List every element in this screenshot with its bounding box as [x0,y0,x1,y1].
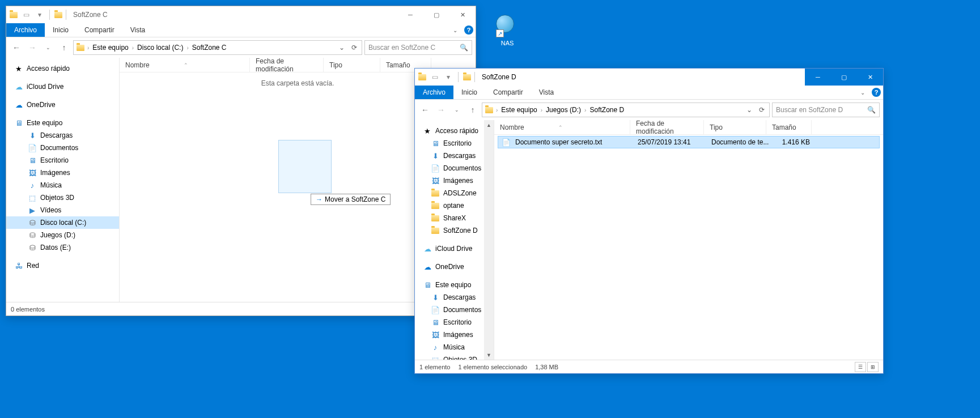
breadcrumb[interactable]: Disco local (C:) [135,44,185,52]
sidebar-item-onedrive[interactable]: ☁OneDrive [415,261,494,273]
back-button[interactable]: ← [418,103,432,117]
tab-home[interactable]: Inicio [453,86,485,99]
sidebar-item-onedrive[interactable]: ☁OneDrive [6,99,119,111]
tab-file[interactable]: Archivo [6,23,45,37]
refresh-button[interactable]: ⟳ [348,44,360,52]
col-size[interactable]: Tamaño [766,120,812,134]
sidebar-item-pictures[interactable]: 🖼Imágenes [6,167,119,179]
ribbon-expand-icon[interactable]: ⌄ [448,23,462,37]
recent-dropdown-icon[interactable]: ⌄ [41,41,55,54]
tab-view[interactable]: Vista [122,23,153,37]
sidebar-item-quick-access[interactable]: ★Acceso rápido [415,125,494,137]
sidebar-item-videos[interactable]: ▶Vídeos [6,204,119,216]
sidebar-item-documents2[interactable]: 📄Documentos [415,304,494,316]
col-date[interactable]: Fecha de modificación [630,120,704,134]
sidebar-item-desktop[interactable]: 🖥Escritorio [6,154,119,167]
chevron-right-icon[interactable]: › [495,107,499,113]
breadcrumb[interactable]: Este equipo [90,44,130,52]
breadcrumb[interactable]: Juegos (D:) [544,106,583,114]
chevron-right-icon[interactable]: › [86,45,90,51]
sidebar-item-music[interactable]: ♪Música [415,341,494,353]
tab-file[interactable]: Archivo [415,86,453,99]
view-icons-button[interactable]: ⊞ [867,362,879,372]
forward-button[interactable]: → [434,103,448,117]
chevron-right-icon[interactable]: › [583,107,587,113]
scroll-down-icon[interactable]: ▼ [484,350,494,360]
chevron-right-icon[interactable]: › [185,45,189,51]
view-details-button[interactable]: ☰ [855,362,866,372]
breadcrumb[interactable]: SoftZone C [190,44,229,52]
search-input[interactable]: Buscar en SoftZone D 🔍 [772,103,880,117]
qat-button[interactable]: ▭ [429,71,441,83]
tab-share[interactable]: Compartir [77,23,122,37]
sidebar-item-downloads[interactable]: ⬇Descargas [6,129,119,142]
file-row[interactable]: 📄 Documento super secreto.txt 25/07/2019… [498,136,880,148]
tab-home[interactable]: Inicio [45,23,77,37]
breadcrumb[interactable]: Este equipo [499,106,539,114]
desktop-shortcut-nas[interactable]: ↗ NAS [487,15,527,46]
refresh-button[interactable]: ⟳ [756,106,768,114]
help-button[interactable]: ? [869,86,883,99]
minimize-button[interactable]: ─ [805,69,831,86]
address-dropdown-icon[interactable]: ⌄ [743,106,756,114]
back-button[interactable]: ← [10,41,23,54]
titlebar[interactable]: ▭ ▾ SoftZone D ─ ▢ ✕ [415,69,883,86]
close-button[interactable]: ✕ [449,6,476,23]
scrollbar[interactable]: ▲ ▼ [484,120,494,360]
sidebar-item-documents[interactable]: 📄Documentos📌 [415,162,494,174]
address-bar[interactable]: › Este equipo › Disco local (C:) › SoftZ… [73,40,362,55]
minimize-button[interactable]: ─ [397,6,423,23]
tab-share[interactable]: Compartir [485,86,531,99]
qat-dropdown[interactable]: ▾ [33,8,46,21]
scroll-up-icon[interactable]: ▲ [484,120,494,130]
sidebar-item-downloads[interactable]: ⬇Descargas📌 [415,150,494,162]
up-button[interactable]: ↑ [57,41,71,54]
maximize-button[interactable]: ▢ [831,69,857,86]
sidebar-item-thispc[interactable]: 🖥Este equipo [6,117,119,129]
address-bar[interactable]: › Este equipo › Juegos (D:) › SoftZone D… [482,103,770,117]
sidebar-item-adslzone[interactable]: ADSLZone [415,187,494,199]
col-name[interactable]: Nombre⌃ [120,58,250,72]
help-button[interactable]: ? [462,23,476,37]
qat-dropdown[interactable]: ▾ [442,71,455,83]
maximize-button[interactable]: ▢ [423,6,449,23]
sidebar-item-desktop2[interactable]: 🖥Escritorio [415,316,494,329]
forward-button[interactable]: → [26,41,39,54]
col-type[interactable]: Tipo [324,58,380,72]
sidebar-item-icloud[interactable]: ☁iCloud Drive [6,80,119,93]
content-pane[interactable]: Nombre⌃ Fecha de modificación Tipo Tamañ… [494,120,883,360]
sidebar-item-3d[interactable]: ⬚Objetos 3D [6,191,119,204]
sidebar-item-softzoned[interactable]: SoftZone D [415,224,494,237]
col-name[interactable]: Nombre⌃ [494,120,630,134]
titlebar[interactable]: ▭ ▾ SoftZone C ─ ▢ ✕ [6,6,476,23]
sidebar-item-downloads2[interactable]: ⬇Descargas [415,291,494,304]
sidebar-item-desktop[interactable]: 🖥Escritorio📌 [415,137,494,150]
sidebar-item-disk-d[interactable]: ⛁Juegos (D:) [6,229,119,241]
col-date[interactable]: Fecha de modificación [250,58,324,72]
col-type[interactable]: Tipo [704,120,766,134]
sidebar-item-pictures[interactable]: 🖼Imágenes📌 [415,174,494,187]
tab-view[interactable]: Vista [531,86,562,99]
sidebar-item-pictures2[interactable]: 🖼Imágenes [415,329,494,341]
close-button[interactable]: ✕ [857,69,883,86]
sidebar-item-3d[interactable]: ⬚Objetos 3D [415,353,494,360]
qat-button[interactable]: ▭ [20,8,32,21]
search-input[interactable]: Buscar en SoftZone C 🔍 [364,40,472,55]
up-button[interactable]: ↑ [466,103,480,117]
recent-dropdown-icon[interactable]: ⌄ [450,103,464,117]
breadcrumb[interactable]: SoftZone D [587,106,626,114]
sidebar-item-music[interactable]: ♪Música [6,179,119,191]
address-dropdown-icon[interactable]: ⌄ [336,44,348,52]
sidebar-item-network[interactable]: 🖧Red [6,259,119,272]
sidebar-item-icloud[interactable]: ☁iCloud Drive [415,242,494,255]
sidebar-item-optane[interactable]: optane [415,199,494,212]
sidebar-item-disk-e[interactable]: ⛁Datos (E:) [6,241,119,254]
ribbon-expand-icon[interactable]: ⌄ [856,86,869,99]
sidebar-item-sharex[interactable]: ShareX [415,212,494,224]
sidebar-item-quick-access[interactable]: ★Acceso rápido [6,62,119,75]
sidebar-item-documents[interactable]: 📄Documentos [6,142,119,154]
chevron-right-icon[interactable]: › [131,45,135,51]
sidebar-item-thispc[interactable]: 🖥Este equipo [415,279,494,291]
chevron-right-icon[interactable]: › [540,107,544,113]
sidebar-item-disk-c[interactable]: ⛁Disco local (C:) [6,216,119,229]
